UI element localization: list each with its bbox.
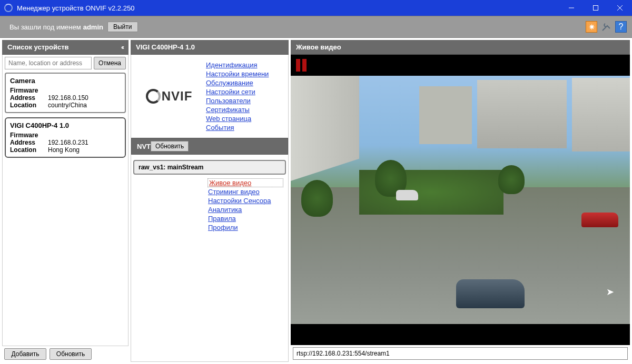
address-label: Address — [10, 139, 48, 146]
device-name: Camera — [10, 77, 121, 85]
userbar: Вы зашли под именем admin Выйти ✷ ? — [0, 16, 632, 38]
device-list-header: Список устройств ‹‹ — [2, 40, 129, 55]
refresh-devices-button[interactable]: Обновить — [50, 348, 92, 360]
device-detail-title: VIGI C400HP-4 1.0 — [136, 43, 195, 51]
titlebar: Менеджер устройств ONVIF v2.2.250 — [0, 0, 632, 16]
stream-label: raw_vs1: mainStream — [139, 164, 203, 171]
address-value: 192.168.0.231 — [48, 139, 88, 146]
tools-icon[interactable] — [600, 21, 612, 33]
video-header: Живое видео — [291, 40, 630, 55]
minimize-button[interactable] — [559, 0, 584, 16]
stream-url-input[interactable] — [293, 347, 628, 360]
svg-rect-1 — [594, 6, 598, 11]
nvt-refresh-button[interactable]: Обновить — [151, 141, 189, 151]
device-name: VIGI C400HP-4 1.0 — [10, 122, 121, 129]
video-title: Живое видео — [296, 43, 341, 51]
nav-link[interactable]: Аналитика — [208, 206, 283, 214]
nav-link[interactable]: Сертификаты — [206, 106, 285, 114]
close-button[interactable] — [608, 0, 632, 16]
nav-link[interactable]: Идентификация — [206, 61, 285, 69]
logout-button[interactable]: Выйти — [107, 22, 138, 32]
device-detail-panel: VIGI C400HP-4 1.0 NVIF ИдентификацияНаст… — [131, 40, 289, 362]
address-value: 192.168.0.150 — [48, 94, 88, 102]
firmware-label: Firmware — [10, 87, 48, 94]
device-card[interactable]: VIGI C400HP-4 1.0FirmwareAddress192.168.… — [5, 117, 126, 158]
nav-link[interactable]: События — [206, 124, 285, 132]
search-cancel-button[interactable]: Отмена — [94, 57, 126, 69]
location-label: Location — [10, 146, 48, 154]
video-area: ➤ — [291, 55, 630, 345]
nav-link[interactable]: Настройки времени — [206, 70, 285, 78]
login-prefix: Вы зашли под именем — [9, 23, 81, 31]
location-label: Location — [10, 102, 48, 109]
nvt-header: NVT Обновить — [131, 138, 288, 155]
nav-link[interactable]: Живое видео — [208, 179, 283, 187]
username: admin — [83, 23, 103, 31]
video-frame[interactable]: ➤ — [291, 76, 630, 324]
nav-link[interactable]: Настройки сети — [206, 88, 285, 96]
onvif-logo: NVIF — [132, 60, 206, 133]
stream-item[interactable]: raw_vs1: mainStream — [133, 160, 286, 175]
device-card[interactable]: CameraFirmwareAddress192.168.0.150Locati… — [5, 73, 126, 113]
device-detail-header: VIGI C400HP-4 1.0 — [131, 40, 289, 55]
firmware-label: Firmware — [10, 132, 48, 139]
pause-icon[interactable] — [296, 59, 307, 72]
stream-links: Живое видеоСтриминг видеоНастройки Сенсо… — [208, 178, 283, 232]
nav-link[interactable]: Обслуживание — [206, 79, 285, 87]
device-search-input[interactable] — [5, 57, 92, 69]
nav-link[interactable]: Web страница — [206, 115, 285, 123]
settings-icon[interactable]: ✷ — [586, 21, 597, 33]
app-icon — [4, 4, 13, 12]
nav-link[interactable]: Настройки Сенсора — [208, 197, 283, 205]
nvt-title: NVT — [137, 143, 151, 150]
device-detail-body: NVIF ИдентификацияНастройки времениОбслу… — [131, 55, 289, 362]
main-area: Список устройств ‹‹ Отмена CameraFirmwar… — [0, 38, 632, 364]
device-list-footer: Добавить Обновить — [2, 346, 129, 362]
location-value: country/China — [48, 102, 87, 109]
nav-link[interactable]: Пользователи — [206, 97, 285, 105]
cursor-icon: ➤ — [606, 286, 614, 298]
device-list-panel: Список устройств ‹‹ Отмена CameraFirmwar… — [2, 40, 129, 362]
window-title: Менеджер устройств ONVIF v2.2.250 — [17, 4, 559, 12]
location-value: Hong Kong — [48, 146, 80, 154]
device-list-title: Список устройств — [7, 43, 69, 51]
nav-link[interactable]: Правила — [208, 215, 283, 223]
help-icon[interactable]: ? — [615, 21, 627, 33]
add-device-button[interactable]: Добавить — [4, 348, 46, 360]
video-panel: Живое видео ➤ — [291, 40, 630, 362]
nav-link[interactable]: Профили — [208, 224, 283, 231]
collapse-panel-icon[interactable]: ‹‹ — [121, 44, 123, 51]
device-list-body: Отмена CameraFirmwareAddress192.168.0.15… — [2, 55, 129, 346]
device-links: ИдентификацияНастройки времениОбслуживан… — [206, 60, 285, 133]
nav-link[interactable]: Стриминг видео — [208, 188, 283, 196]
maximize-button[interactable] — [584, 0, 608, 16]
address-label: Address — [10, 94, 48, 102]
